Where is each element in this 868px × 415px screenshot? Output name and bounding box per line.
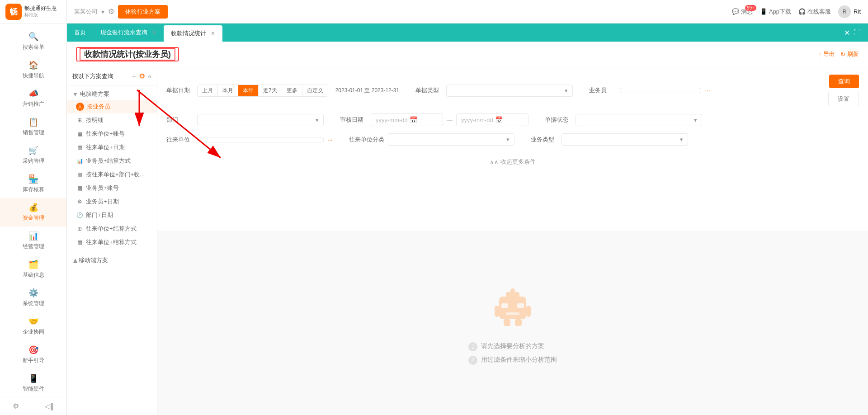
topbar-settings-button[interactable]: ⚙ [108, 7, 114, 16]
scheme-item-salesperson[interactable]: 人 按业务员 [67, 100, 157, 113]
scheme-item-detail[interactable]: ⊞ 按明细 [67, 113, 157, 127]
nav-label: 营销推广 [23, 100, 44, 108]
svg-rect-6 [501, 303, 508, 308]
scheme-item-table-icon-2: ▦ [76, 144, 83, 151]
sidebar-item-经营管理[interactable]: 📊 经营管理 [0, 226, 66, 255]
app-download-label: App下载 [769, 8, 791, 16]
dept-select[interactable]: ▾ [197, 114, 324, 126]
sidebar-item-销售管理[interactable]: 📋 销售管理 [0, 113, 66, 141]
audit-date-end-input[interactable]: yyyy-mm-dd 📅 [456, 113, 528, 126]
scheme-item-partner-dept[interactable]: ▦ 按往来单位+部门+收... [67, 168, 157, 181]
partner-category-select[interactable]: ▾ [388, 133, 514, 146]
nav-label: 基础信息 [23, 271, 44, 279]
sidebar-footer: ⚙ ◁‖ [0, 397, 66, 415]
date-tab-7days[interactable]: 近7天 [259, 85, 282, 96]
sidebar-item-搜索菜单[interactable]: 🔍 搜索菜单 [0, 27, 66, 56]
date-tab-more[interactable]: 更多 [282, 85, 302, 96]
empty-state: 1 请先选择要分析的方案 2 用过滤条件来缩小分析范围 [157, 231, 868, 415]
scheme-item-sales-account[interactable]: ▦ 业务员+账号 [67, 181, 157, 195]
tab-home[interactable]: 首页 [67, 24, 93, 42]
sidebar-item-系统管理[interactable]: ⚙️ 系统管理 [0, 283, 66, 312]
record-status-select[interactable]: ▾ [576, 114, 702, 126]
sidebar-item-智能硬件[interactable]: 📱 智能硬件 [0, 369, 66, 397]
export-button[interactable]: ↑ 导出 [819, 50, 835, 58]
scheme-item-table-icon-5: ▦ [76, 239, 83, 246]
set-button[interactable]: 设置 [828, 92, 859, 106]
svg-rect-10 [526, 306, 531, 317]
sidebar-item-新手引导[interactable]: 🎯 新手引导 [0, 340, 66, 369]
business-type-select[interactable]: ▾ [561, 133, 688, 146]
sales-rep-select[interactable] [620, 88, 701, 93]
tab-bank-close[interactable]: ✕ [152, 29, 156, 36]
window-close-btn[interactable]: ✕ [844, 28, 850, 37]
date-tab-this-year[interactable]: 本年 [238, 85, 259, 96]
sidebar-item-库存核算[interactable]: 🏪 库存核算 [0, 170, 66, 198]
collapse-bar[interactable]: ∧∧ 收起更多条件 [166, 153, 859, 170]
page-header: 收款情况统计(按业务员) ↑ 导出 ↻ 刷新 [67, 42, 868, 67]
partner-more-button[interactable]: ··· [327, 136, 333, 143]
scheme-item-sales-settle[interactable]: 📊 业务员+结算方式 [67, 154, 157, 168]
sidebar-item-资金管理[interactable]: 💰 资金管理 [0, 198, 66, 226]
sidebar-item-基础信息[interactable]: 🗂️ 基础信息 [0, 255, 66, 283]
audit-date-start-input[interactable]: yyyy-mm-dd 📅 [371, 113, 443, 126]
scheme-group-mobile-header[interactable]: ▶ 移动端方案 [67, 255, 157, 266]
filter-business-type-label: 业务类型 [531, 136, 558, 144]
body-wrapper: 按以下方案查询 + ⚙ « ▼ 电脑端方案 人 [67, 67, 868, 415]
logo-text-area: 畅捷通好生意 标准版 [24, 5, 57, 19]
scheme-item-partner-settle-1[interactable]: ⊞ 往来单位+结算方式 [67, 222, 157, 236]
date-tab-last-month[interactable]: 上月 [198, 85, 218, 96]
scheme-item-dept-date-label: 部门+日期 [86, 211, 113, 219]
record-type-chevron: ▾ [565, 87, 568, 94]
sidebar-item-采购管理[interactable]: 🛒 采购管理 [0, 141, 66, 170]
filter-record-type-label: 单据类型 [415, 86, 443, 94]
query-button[interactable]: 查询 [829, 75, 859, 88]
app-logo-icon: 畅 [5, 4, 22, 20]
top-bar-left: 某某公司 ▾ ⚙ 体验行业方案 [74, 5, 726, 19]
expand-button[interactable]: ▾ [101, 8, 104, 15]
app-download-area[interactable]: 📱 App下载 [760, 8, 791, 16]
footer-settings-icon[interactable]: ⚙ [13, 402, 19, 410]
scheme-item-dept-date[interactable]: 🕐 部门+日期 [67, 208, 157, 222]
breadcrumb: 某某公司 [74, 8, 98, 16]
scheme-item-partner-date[interactable]: ▦ 往来单位+日期 [67, 141, 157, 154]
record-type-select[interactable]: ▾ [446, 85, 573, 97]
partner-select[interactable] [197, 137, 324, 142]
nav-icon: 🛒 [28, 146, 38, 156]
scheme-item-person-icon: 人 [76, 103, 84, 111]
online-service-area[interactable]: 🎧 在线客服 [798, 8, 831, 16]
date-dash: — [447, 117, 453, 123]
svg-rect-9 [495, 306, 499, 317]
scheme-collapse-button[interactable]: « [148, 73, 151, 80]
refresh-button[interactable]: ↻ 刷新 [840, 50, 859, 58]
message-badge: 99+ [745, 5, 756, 11]
footer-collapse-icon[interactable]: ◁‖ [45, 402, 54, 410]
trial-button[interactable]: 体验行业方案 [118, 5, 168, 19]
scheme-item-partner-settle-2[interactable]: ▦ 往来单位+结算方式 [67, 236, 157, 249]
scheme-items-desktop: 人 按业务员 ⊞ 按明细 ▦ 往来单位+账号 [67, 100, 157, 249]
tab-bank[interactable]: 现金银行流水查询 ✕ [93, 24, 164, 42]
tab-collection-close[interactable]: ✕ [211, 30, 215, 37]
date-tab-this-month[interactable]: 本月 [218, 85, 238, 96]
filter-audit-date-item: 审核日期 yyyy-mm-dd 📅 — yyyy-mm-dd 📅 [340, 113, 528, 126]
scheme-settings-button[interactable]: ⚙ [139, 72, 145, 80]
filter-area: 单据日期 上月 本月 本年 近7天 更多 自定义 2023-01-01 至 20… [157, 67, 868, 415]
sidebar-item-营销推广[interactable]: 📣 营销推广 [0, 84, 66, 113]
sidebar-item-快捷导航[interactable]: 🏠 快捷导航 [0, 56, 66, 84]
date-tab-custom[interactable]: 自定义 [302, 85, 328, 96]
app-tag: 标准版 [24, 12, 57, 18]
filter-audit-date-label: 审核日期 [340, 116, 367, 124]
user-area[interactable]: R Rit [838, 5, 861, 18]
scheme-item-sales-date[interactable]: ⚙ 业务员+日期 [67, 195, 157, 208]
message-area[interactable]: 💬 消息 99+ [732, 8, 753, 16]
tab-collection[interactable]: 收款情况统计 ✕ [164, 25, 222, 42]
window-maximize-btn[interactable]: ⛶ [854, 28, 861, 37]
scheme-add-button[interactable]: + [132, 72, 136, 80]
scheme-item-partner-account[interactable]: ▦ 往来单位+账号 [67, 127, 157, 141]
sidebar-item-企业协同[interactable]: 🤝 企业协同 [0, 312, 66, 340]
tab-bank-label: 现金银行流水查询 [100, 28, 147, 37]
sales-rep-more-button[interactable]: ··· [705, 87, 710, 94]
nav-icon: 🤝 [28, 316, 38, 326]
scheme-group-desktop-header[interactable]: ▼ 电脑端方案 [67, 88, 157, 100]
scheme-item-sales-settle-label: 业务员+结算方式 [86, 157, 131, 165]
top-bar-right: 💬 消息 99+ 📱 App下载 🎧 在线客服 R Rit [732, 5, 861, 18]
